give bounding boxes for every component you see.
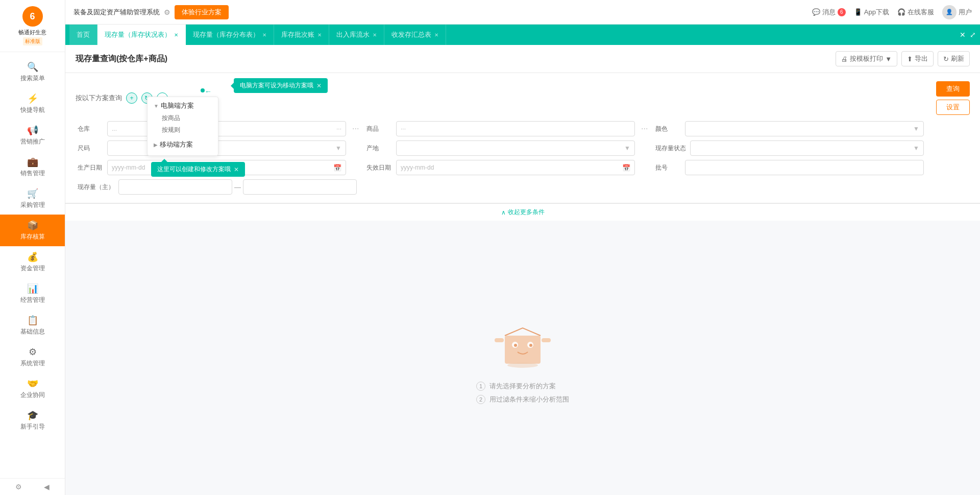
goods-select[interactable]: ··· — [396, 121, 635, 136]
sidebar-item-search[interactable]: 🔍 搜索菜单 — [0, 56, 65, 88]
mobile-scheme-header[interactable]: ▶ 移动端方案 — [150, 138, 216, 151]
goods-filter: 商品 ··· — [366, 121, 635, 136]
tab-home[interactable]: 首页 — [69, 25, 97, 45]
tab-batch-ledger[interactable]: 库存批次账 ✕ — [274, 25, 329, 45]
tab-collect-send[interactable]: 收发存汇总表 ✕ — [384, 25, 446, 45]
size-dropdown-icon: ▼ — [335, 145, 341, 152]
tooltip-scheme-popup: 电脑方案可设为移动方案哦 ✕ — [234, 78, 328, 93]
svg-point-4 — [529, 344, 532, 347]
tooltip-scheme-close-btn[interactable]: ✕ — [316, 82, 322, 89]
sidebar-item-quick[interactable]: ⚡ 快捷导航 — [0, 88, 65, 120]
tab-collect-send-close[interactable]: ✕ — [434, 32, 438, 38]
batch-input[interactable] — [685, 160, 924, 175]
desktop-scheme-header[interactable]: ▼ 电脑端方案 — [150, 99, 216, 112]
sidebar-item-purchase[interactable]: 🛒 采购管理 — [0, 183, 65, 215]
origin-dropdown-icon: ▼ — [624, 145, 630, 152]
sidebar-item-label: 库存核算 — [20, 232, 45, 241]
stock-qty-min-input[interactable] — [118, 179, 232, 195]
collapse-label: 收起更多条件 — [508, 208, 545, 217]
origin-select[interactable]: ▼ — [396, 140, 635, 156]
tab-in-out-flow-close[interactable]: ✕ — [373, 32, 377, 38]
app-download-btn[interactable]: 📱 App下载 — [854, 8, 889, 17]
empty-step-1: 1 请先选择要分析的方案 — [476, 380, 569, 393]
tab-batch-ledger-close[interactable]: ✕ — [317, 32, 322, 38]
gear-icon: ⚙ — [29, 346, 37, 358]
logo-text: 畅通好生意 — [18, 29, 46, 36]
empty-svg — [492, 310, 553, 371]
print-label: 按模板打印 — [850, 54, 883, 63]
set-button[interactable]: 设置 — [936, 100, 970, 115]
online-support-btn[interactable]: 🎧 在线客服 — [897, 8, 934, 17]
step-1-text: 请先选择要分析的方案 — [489, 380, 556, 393]
tab-in-out-flow[interactable]: 出入库流水 ✕ — [329, 25, 384, 45]
sidebar-item-basic[interactable]: 📋 基础信息 — [0, 310, 65, 341]
expiry-date-input[interactable]: yyyy-mm-dd 📅 — [396, 160, 635, 175]
sidebar-item-operations[interactable]: 📊 经营管理 — [0, 278, 65, 310]
color-label: 颜色 — [655, 125, 681, 133]
tab-inventory-dist-close[interactable]: ✕ — [262, 32, 266, 38]
desktop-scheme-arrow: ▼ — [154, 103, 159, 109]
add-scheme-btn[interactable]: + — [126, 92, 137, 104]
scheme-item-rules[interactable]: 按规则 — [150, 124, 216, 136]
sidebar-bottom: ⚙ ◀ — [0, 478, 65, 495]
sidebar-item-capital[interactable]: 💰 资金管理 — [0, 246, 65, 278]
stock-status-select[interactable]: ▼ — [690, 140, 924, 156]
app-download-label: App下载 — [864, 8, 889, 17]
desktop-scheme-group: ▼ 电脑端方案 按商品 按规则 — [150, 99, 216, 136]
tab-in-out-flow-label: 出入库流水 — [336, 30, 370, 39]
sidebar-item-system[interactable]: ⚙ 系统管理 — [0, 341, 65, 373]
tab-inventory-status[interactable]: 现存量（库存状况表） ✕ — [97, 25, 186, 45]
user-menu[interactable]: 👤 用户 — [942, 5, 972, 19]
collapse-sidebar-btn[interactable]: ◀ — [44, 483, 50, 491]
scheme-item-goods[interactable]: 按商品 — [150, 112, 216, 124]
tab-home-label: 首页 — [77, 30, 90, 39]
refresh-button[interactable]: ↻ 刷新 — [938, 51, 970, 66]
warehouse-select[interactable]: ... ··· — [107, 121, 346, 136]
size-select[interactable]: ▼ — [107, 140, 346, 156]
empty-steps: 1 请先选择要分析的方案 2 用过滤条件来缩小分析范围 — [476, 380, 569, 406]
money-icon: 💰 — [27, 251, 38, 263]
query-button[interactable]: 查询 — [936, 81, 970, 97]
batch-label: 批号 — [655, 163, 681, 172]
topbar-settings-icon[interactable]: ⚙ — [164, 8, 170, 16]
size-label: 尺码 — [78, 144, 103, 153]
tab-inventory-dist[interactable]: 现存量（库存分布表） ✕ — [186, 25, 274, 45]
tooltip-create-close-btn[interactable]: ✕ — [234, 166, 239, 173]
megaphone-icon: 📢 — [27, 125, 38, 136]
handshake-icon: 🤝 — [27, 378, 38, 389]
empty-state: 1 请先选择要分析的方案 2 用过滤条件来缩小分析范围 — [65, 221, 980, 495]
tab-inventory-status-close[interactable]: ✕ — [174, 32, 178, 38]
page-title: 现存量查询(按仓库+商品) — [76, 54, 167, 64]
experience-button[interactable]: 体验行业方案 — [175, 5, 229, 19]
arrow-indicator: ← — [205, 87, 212, 96]
message-btn[interactable]: 💬 消息 6 — [812, 8, 846, 17]
stock-qty-max-input[interactable] — [243, 179, 357, 195]
sidebar-item-sales[interactable]: 💼 销售管理 — [0, 151, 65, 183]
export-button[interactable]: ⬆ 导出 — [901, 51, 934, 66]
sidebar-item-enterprise[interactable]: 🤝 企业协同 — [0, 373, 65, 405]
sidebar-item-label: 企业协同 — [20, 391, 45, 399]
warehouse-dots: ··· — [336, 125, 341, 132]
sidebar-item-inventory[interactable]: 📦 库存核算 — [0, 215, 65, 246]
svg-point-7 — [507, 363, 538, 368]
settings-bottom-btn[interactable]: ⚙ — [15, 483, 22, 491]
sidebar-item-label: 基础信息 — [20, 327, 45, 336]
online-support-label: 在线客服 — [908, 8, 934, 17]
color-select[interactable]: ▼ — [685, 121, 924, 136]
sidebar: 6 畅通好生意 标准版 🔍 搜索菜单 ⚡ 快捷导航 📢 营销推广 💼 销售管理 … — [0, 0, 65, 495]
print-dropdown-icon: ▼ — [885, 55, 892, 63]
tab-inventory-dist-label: 现存量（库存分布表） — [193, 30, 259, 39]
expand-tabs-icon[interactable]: ⤢ — [970, 31, 976, 39]
prod-date-label: 生产日期 — [78, 163, 103, 172]
sidebar-item-marketing[interactable]: 📢 营销推广 — [0, 120, 65, 151]
topbar-left: 装备及固定资产辅助管理系统 ⚙ 体验行业方案 — [74, 5, 229, 19]
lightning-icon: ⚡ — [27, 93, 38, 104]
print-button[interactable]: 🖨 按模板打印 ▼ — [836, 51, 897, 66]
sidebar-item-guide[interactable]: 🎓 新手引导 — [0, 405, 65, 436]
export-icon: ⬆ — [907, 55, 913, 63]
tabbar: 首页 现存量（库存状况表） ✕ 现存量（库存分布表） ✕ 库存批次账 ✕ 出入库… — [65, 25, 980, 45]
expiry-date-label: 失效日期 — [366, 163, 392, 172]
mobile-icon: 📱 — [854, 8, 862, 16]
collapse-bar[interactable]: ∧ 收起更多条件 — [65, 203, 980, 221]
close-all-tabs-icon[interactable]: ✕ — [960, 31, 966, 39]
